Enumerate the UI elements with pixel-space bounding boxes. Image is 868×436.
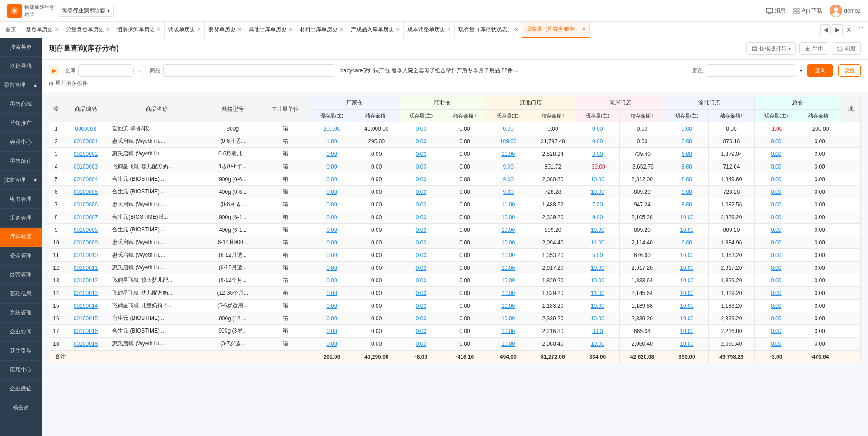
tab-close-icon8[interactable]: ✕ <box>396 27 400 32</box>
total-qty-link[interactable]: 0.00 <box>771 328 781 334</box>
muc-qty-link[interactable]: 0.00 <box>416 239 426 246</box>
expand-filter-btn[interactable]: ⊞ 展开更多条件 <box>49 80 861 87</box>
yb-qty-link[interactable]: 10.00 <box>680 252 693 258</box>
total-qty-link[interactable]: 0.00 <box>771 277 781 284</box>
sidebar-item-marketing[interactable]: 营销推广 <box>0 114 42 133</box>
yb-qty-link[interactable]: 9.00 <box>682 239 692 246</box>
fac-qty-link[interactable]: 1.00 <box>326 138 337 145</box>
muc-qty-link[interactable]: 0.00 <box>416 202 426 208</box>
na-qty-link[interactable]: 10.00 <box>591 341 604 347</box>
muc-qty-link[interactable]: 0.00 <box>416 265 426 271</box>
warehouse-input[interactable] <box>78 64 132 77</box>
jb-qty-link[interactable]: 11.00 <box>501 202 515 208</box>
fac-qty-link[interactable]: 0.00 <box>326 265 337 271</box>
code-link[interactable]: 00100006 <box>74 202 98 208</box>
sidebar-item-guide[interactable]: 新手引导 <box>0 342 42 361</box>
code-link[interactable]: 00100018 <box>74 341 98 347</box>
sidebar-item-app-center[interactable]: 应用中心 <box>0 361 42 380</box>
goods-input[interactable] <box>163 64 335 77</box>
jb-qty-link[interactable]: 9.00 <box>503 164 514 170</box>
tab-prev-btn[interactable]: ◀ <box>820 24 831 35</box>
jb-qty-link[interactable]: 10.00 <box>501 239 515 246</box>
code-link[interactable]: 00100009 <box>74 239 98 246</box>
code-link[interactable]: 00100008 <box>74 227 98 233</box>
muc-qty-link[interactable]: 0.00 <box>416 189 426 195</box>
fac-qty-link[interactable]: 0.00 <box>326 239 337 246</box>
jb-qty-link[interactable]: 10.00 <box>501 227 515 233</box>
tab-close-icon9[interactable]: ✕ <box>447 27 451 32</box>
jb-qty-link[interactable]: 0.00 <box>503 126 514 132</box>
total-qty-link[interactable]: 0.00 <box>771 341 781 347</box>
sidebar-item-operation[interactable]: 经营管理 <box>0 266 42 285</box>
tab-close-icon4[interactable]: ✕ <box>197 27 201 32</box>
code-link[interactable]: 00100005 <box>74 189 98 195</box>
fac-qty-link[interactable]: 0.00 <box>326 164 337 170</box>
na-qty-link[interactable]: -39.00 <box>590 164 605 170</box>
yb-qty-link[interactable]: 8.00 <box>682 202 692 208</box>
tab-close-all-btn[interactable]: ✕ <box>844 24 854 35</box>
sidebar-item-search[interactable]: 搜索英单 <box>0 38 42 57</box>
sidebar-item-finance[interactable]: 资金管理 <box>0 247 42 266</box>
fac-qty-link[interactable]: 0.00 <box>326 328 337 334</box>
info-icon-jb[interactable]: ℹ <box>562 113 564 118</box>
na-qty-link[interactable]: 10.00 <box>591 189 604 195</box>
na-qty-link[interactable]: 10.00 <box>591 265 604 271</box>
total-qty-link[interactable]: 0.00 <box>771 176 781 183</box>
info-icon-na[interactable]: ℹ <box>651 113 653 118</box>
total-qty-link[interactable]: 0.00 <box>771 239 781 246</box>
sidebar-item-nav[interactable]: 快捷导航 <box>0 57 42 76</box>
code-link[interactable]: 00100001 <box>74 138 98 145</box>
sidebar-item-system[interactable]: 系统管理 <box>0 304 42 323</box>
fac-qty-link[interactable]: 0.00 <box>326 341 337 347</box>
jb-qty-link[interactable]: 10.00 <box>501 214 515 220</box>
tab-transfer[interactable]: 调拨单历史 ✕ <box>165 22 205 38</box>
sidebar-item-retail-mgmt[interactable]: 零售管理▲ <box>0 76 42 95</box>
tab-product-in[interactable]: 产成品入库单历史 ✕ <box>347 22 404 38</box>
na-qty-link[interactable]: 9.00 <box>592 214 603 220</box>
total-qty-link[interactable]: 0.00 <box>771 252 781 258</box>
industry-select[interactable]: 母婴行业演示陈套 ▾ <box>58 5 114 17</box>
info-icon-total[interactable]: ℹ <box>829 113 831 118</box>
query-btn[interactable]: 查询 <box>807 64 833 77</box>
yb-qty-link[interactable]: 10.00 <box>680 303 693 309</box>
sidebar-item-member2[interactable]: 畅会员 <box>0 398 42 417</box>
yb-qty-link[interactable]: 10.00 <box>680 277 693 284</box>
sidebar-item-inventory[interactable]: 库存核算 <box>0 228 42 247</box>
muc-qty-link[interactable]: 0.00 <box>416 277 426 284</box>
sidebar-item-purchase[interactable]: 采购管理 <box>0 209 42 228</box>
muc-qty-link[interactable]: 0.00 <box>416 176 426 183</box>
na-qty-link[interactable]: 10.00 <box>591 303 604 309</box>
muc-qty-link[interactable]: 0.00 <box>416 126 426 132</box>
total-qty-link[interactable]: 0.00 <box>771 315 781 322</box>
na-qty-link[interactable]: 10.00 <box>591 176 604 183</box>
muc-qty-link[interactable]: 0.00 <box>416 138 426 145</box>
yb-qty-link[interactable]: 10.00 <box>680 227 693 233</box>
yb-qty-link[interactable]: 10.00 <box>680 214 693 220</box>
tab-close-icon5[interactable]: ✕ <box>237 27 241 32</box>
jb-qty-link[interactable]: 10.00 <box>501 315 515 322</box>
code-link[interactable]: 00100004 <box>74 176 98 183</box>
yb-qty-link[interactable]: 3.00 <box>682 138 692 145</box>
na-qty-link[interactable]: 3.00 <box>592 151 603 157</box>
tab-expand-btn[interactable]: ⛶ <box>855 24 866 35</box>
total-qty-link[interactable]: -1.00 <box>770 126 782 132</box>
jb-qty-link[interactable]: 9.00 <box>503 189 514 195</box>
total-qty-link[interactable]: 0.00 <box>771 138 781 145</box>
tab-close-icon[interactable]: ✕ <box>55 27 58 32</box>
na-qty-link[interactable]: 7.00 <box>592 202 603 208</box>
app-download-btn[interactable]: App下载 <box>793 7 822 14</box>
code-link[interactable]: 00100003 <box>74 164 98 170</box>
tab-close-icon10[interactable]: ✕ <box>514 27 518 32</box>
na-qty-link[interactable]: 0.00 <box>592 138 603 145</box>
yb-qty-link[interactable]: 8.00 <box>682 164 692 170</box>
yb-qty-link[interactable]: 6.00 <box>682 151 692 157</box>
tab-other-out[interactable]: 其他出库单历史 ✕ <box>245 22 296 38</box>
na-qty-link[interactable]: 10.00 <box>591 315 604 322</box>
muc-qty-link[interactable]: 0.00 <box>416 227 426 233</box>
tab-inventory-check[interactable]: 盘点单历史 ✕ <box>22 22 62 38</box>
code-link[interactable]: 00100007 <box>74 214 98 220</box>
jb-qty-link[interactable]: 9.00 <box>503 176 514 183</box>
settings-btn[interactable]: 设置 <box>838 64 861 77</box>
info-icon-muc[interactable]: ℹ <box>474 113 476 118</box>
tab-quantity-check[interactable]: 分量盘点单历史 ✕ <box>62 22 113 38</box>
